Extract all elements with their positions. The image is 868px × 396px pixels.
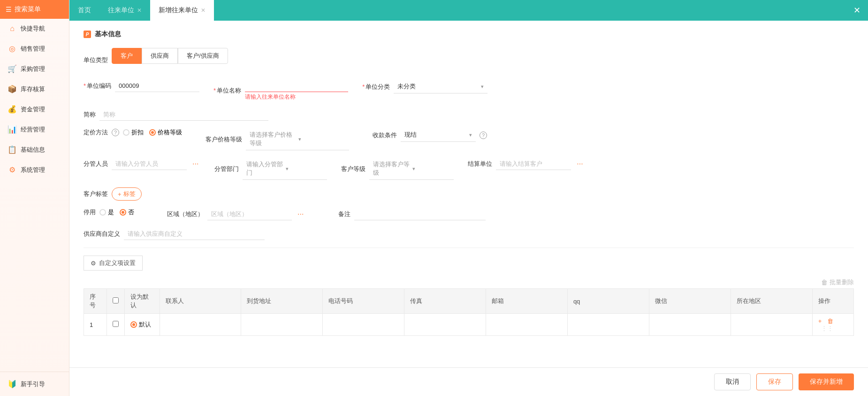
- tab-new-contact-close[interactable]: ✕: [201, 8, 206, 13]
- pricing-price-level[interactable]: 价格等级: [149, 128, 182, 137]
- default-radio-item[interactable]: 默认: [130, 320, 153, 329]
- disabled-label: 停用: [84, 208, 96, 217]
- sidebar-item-system[interactable]: ⚙ 系统管理: [0, 160, 69, 180]
- sidebar-item-inventory[interactable]: 📦 库存核算: [0, 79, 69, 99]
- tag-add-button[interactable]: + 标签: [112, 187, 142, 201]
- category-select[interactable]: 未分类 ▾: [394, 80, 487, 93]
- select-all-checkbox[interactable]: [113, 297, 119, 303]
- pricing-help-icon[interactable]: ?: [112, 129, 119, 136]
- row-drag-handle[interactable]: ⋮⋮: [821, 325, 833, 332]
- short-name-group: 简称: [84, 109, 268, 121]
- category-group: *单位分类 未分类 ▾: [362, 80, 487, 93]
- sidebar: ☰ 搜索菜单 ⌂ 快捷导航 ◎ 销售管理 🛒 采购管理 📦 库存核算 💰 资金管…: [0, 0, 69, 396]
- code-required: *: [84, 82, 86, 89]
- remark-input[interactable]: [354, 208, 486, 220]
- sidebar-item-label: 销售管理: [21, 45, 45, 53]
- tabbar-close-all[interactable]: ✕: [846, 0, 868, 21]
- row-checkbox[interactable]: [113, 321, 119, 327]
- cell-phone[interactable]: [323, 314, 404, 336]
- manager-input[interactable]: [112, 158, 187, 170]
- sidebar-item-label: 新手引导: [21, 380, 45, 388]
- add-row-button[interactable]: +: [818, 318, 822, 325]
- sidebar-item-purchase[interactable]: 🛒 采购管理: [0, 59, 69, 79]
- supplier-custom-input[interactable]: [124, 228, 265, 240]
- sidebar-item-guide[interactable]: 🔰 新手引导: [0, 376, 69, 392]
- sidebar-item-sales[interactable]: ◎ 销售管理: [0, 39, 69, 59]
- payment-group: 收款条件 现结 ▾ ?: [373, 128, 487, 142]
- name-required: *: [213, 87, 216, 94]
- operations-icon: 📊: [8, 125, 17, 134]
- guide-icon: 🔰: [8, 380, 17, 388]
- price-level-chevron-icon: ▾: [298, 136, 345, 142]
- payment-select[interactable]: 现结 ▾: [401, 128, 476, 142]
- pricing-discount[interactable]: 折扣: [123, 128, 144, 137]
- customer-level-select[interactable]: 请选择客户等级 ▾: [369, 158, 454, 180]
- search-menu[interactable]: ☰ 搜索菜单: [0, 0, 69, 19]
- wechat-input[interactable]: [655, 321, 725, 328]
- tab-contacts-close[interactable]: ✕: [137, 8, 142, 13]
- cancel-button[interactable]: 取消: [714, 373, 751, 390]
- tab-contacts[interactable]: 往来单位 ✕: [99, 0, 150, 21]
- unit-type-row: 单位类型 客户 供应商 客户/供应商: [84, 48, 854, 72]
- sidebar-item-operations[interactable]: 📊 经营管理: [0, 119, 69, 140]
- cell-checkbox[interactable]: [107, 314, 125, 336]
- th-checkbox[interactable]: [107, 289, 125, 314]
- phone-input[interactable]: [328, 321, 398, 328]
- purchase-icon: 🛒: [8, 64, 17, 73]
- contact-input[interactable]: [166, 321, 236, 328]
- sidebar-item-label: 经营管理: [21, 125, 45, 134]
- short-name-input[interactable]: [99, 109, 268, 121]
- th-phone: 电话号码: [323, 289, 404, 314]
- code-input[interactable]: [115, 80, 199, 92]
- region-dots-btn[interactable]: ···: [296, 210, 305, 218]
- tab-home[interactable]: 首页: [69, 0, 99, 21]
- save-new-button[interactable]: 保存并新增: [799, 373, 854, 390]
- unit-type-both[interactable]: 客户/供应商: [178, 48, 228, 64]
- unit-type-customer[interactable]: 客户: [112, 48, 142, 64]
- address-input[interactable]: [247, 321, 317, 328]
- location-input[interactable]: [737, 321, 807, 328]
- price-level-select[interactable]: 请选择客户价格等级 ▾: [246, 128, 349, 150]
- batch-delete-label[interactable]: 批量删除: [830, 278, 854, 287]
- cell-email[interactable]: [486, 314, 568, 336]
- sidebar-item-label: 系统管理: [21, 166, 45, 174]
- sidebar-item-quick-nav[interactable]: ⌂ 快捷导航: [0, 19, 69, 39]
- delete-row-button[interactable]: 🗑: [827, 318, 833, 325]
- th-region: 所在地区: [731, 289, 812, 314]
- cell-qq[interactable]: [567, 314, 649, 336]
- cell-contact[interactable]: [160, 314, 241, 336]
- remark-group: 备注: [338, 208, 486, 220]
- disabled-no[interactable]: 否: [120, 208, 134, 217]
- name-input[interactable]: [245, 80, 348, 92]
- disabled-yes[interactable]: 是: [99, 208, 114, 217]
- fax-input[interactable]: [410, 321, 480, 328]
- short-name-label: 简称: [84, 110, 96, 119]
- settlement-input[interactable]: [496, 158, 571, 170]
- payment-help-icon[interactable]: ?: [480, 132, 487, 139]
- disabled-radio-group: 是 否: [99, 208, 134, 217]
- cell-address[interactable]: [241, 314, 323, 336]
- cell-fax[interactable]: [404, 314, 486, 336]
- settlement-dots-btn[interactable]: ···: [575, 160, 585, 168]
- section-title: 基本信息: [95, 30, 121, 39]
- cell-region[interactable]: [731, 314, 812, 336]
- basic-info-icon: 📋: [8, 145, 17, 154]
- section-header: P 基本信息: [84, 30, 854, 39]
- custom-settings-button[interactable]: ⚙ 自定义项设置: [84, 256, 143, 271]
- sidebar-item-basic-info[interactable]: 📋 基础信息: [0, 140, 69, 160]
- manager-dots-btn[interactable]: ···: [190, 160, 200, 168]
- dept-select[interactable]: 请输入分管部门 ▾: [243, 158, 327, 180]
- th-default: 设为默认: [125, 289, 160, 314]
- sidebar-item-finance[interactable]: 💰 资金管理: [0, 99, 69, 119]
- cell-wechat[interactable]: [649, 314, 731, 336]
- sidebar-bottom: 🔰 新手引导: [0, 372, 69, 396]
- tab-new-contact[interactable]: 新增往来单位 ✕: [150, 0, 214, 21]
- qq-input[interactable]: [573, 321, 643, 328]
- region-input[interactable]: [207, 208, 292, 220]
- save-button[interactable]: 保存: [756, 373, 793, 390]
- email-input[interactable]: [492, 321, 562, 328]
- payment-label: 收款条件: [373, 131, 397, 140]
- unit-type-supplier[interactable]: 供应商: [142, 48, 178, 64]
- custom-settings-label: 自定义项设置: [99, 259, 136, 267]
- th-qq: qq: [567, 289, 649, 314]
